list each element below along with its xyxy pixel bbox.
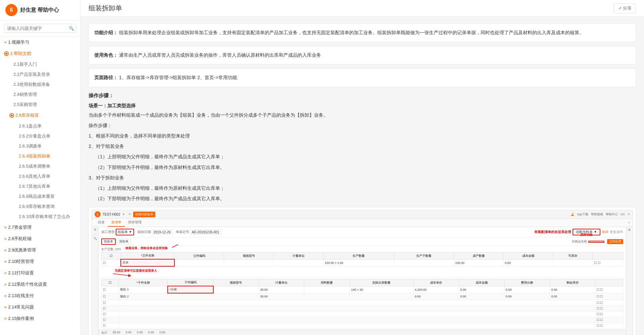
mock-tab-new[interactable]: 新增单 xyxy=(108,219,125,227)
col-sub-qty: 生产子数量 xyxy=(394,253,454,260)
lcol-ops xyxy=(595,279,623,286)
sidebar-item-print[interactable]: + 2.11打印设置 xyxy=(0,267,80,279)
sidebar-item-other-out[interactable]: 2.6.7其他出库单 xyxy=(15,181,80,191)
mock-annotation2: 组装业务、拆卸业务在这里切换 xyxy=(125,244,179,250)
cell-spec1 xyxy=(213,286,259,293)
sidebar-item-payment[interactable]: + 2.13在线支付 xyxy=(0,290,80,301)
table-row: ☐ 关米 100.00 × 1.00 100.00 0.00 xyxy=(102,259,623,266)
sidebar-item-operations[interactable]: + 2.10经营管理 xyxy=(0,256,80,267)
sidebar-item-faq[interactable]: + 2.14常见问题 xyxy=(0,301,80,313)
circle-icon xyxy=(4,51,9,56)
sidebar-item-sales[interactable]: 2.4销售管理 xyxy=(9,90,80,100)
search-icon[interactable]: 🔍 xyxy=(69,26,74,31)
mock-date-label: 装卸日期 xyxy=(138,230,151,234)
cell-checkbox[interactable]: ☐ xyxy=(102,286,119,293)
sidebar-item-transfer[interactable]: 2.6.3调拨单 xyxy=(15,141,80,151)
mock-nav-help: 帮助指南 xyxy=(591,212,603,217)
mock-custom-field-input[interactable] xyxy=(588,241,604,243)
mock-save-link[interactable]: 保存 xyxy=(602,230,608,234)
sidebar-item-install[interactable]: 2.2产品安装及登录 xyxy=(9,69,80,79)
search-input[interactable] xyxy=(4,24,76,33)
sidebar-item-stock-error[interactable]: 2.6.10库存账本错了怎么办 xyxy=(15,212,80,222)
mock-disassembly-toggle[interactable]: 拆卸单 xyxy=(117,239,131,244)
status-total-label: 合计 xyxy=(101,331,107,335)
mock-date-value[interactable]: 2019-12-26 xyxy=(152,230,172,235)
path-text: 1、库存核算->库存管理->组装拆卸单 2、首页->常用功能 xyxy=(119,75,237,80)
sidebar-item-purchase[interactable]: 2.5采购管理 xyxy=(9,100,80,110)
cell-checkbox[interactable]: ☐ xyxy=(102,305,119,311)
cell-actual-qty1: 140 × 30 xyxy=(350,286,413,293)
app-logo: 6 xyxy=(5,4,17,16)
col-spec: 规格型号 xyxy=(224,253,274,260)
mock-custom-field-label: 外购品名称 xyxy=(572,239,587,244)
cell-ops5[interactable]: ☐ ☐ xyxy=(595,311,623,317)
mock-lower-table: ☐ *子件名称 子件编码 规格型号 计量单位 用料数量 实际出库数量 成本单价 xyxy=(101,279,623,329)
cell-ops1[interactable]: ☐ ☐ xyxy=(595,286,623,293)
mock-type-value[interactable]: 组装单 ▼ xyxy=(116,229,134,235)
mock-refresh-icon: ⟳ xyxy=(128,213,131,216)
sidebar-item-cost-adjust[interactable]: 2.6.5成本调整单 xyxy=(15,161,80,171)
mock-topbar-right: 🔔 App下载 帮助指南 帮助中心 CC × xyxy=(571,212,630,217)
mock-right-icons: ⊞ xyxy=(626,227,633,335)
cell-checkbox[interactable]: ☐ xyxy=(102,317,119,323)
cell-empty6 xyxy=(119,317,595,323)
sidebar-item-partial-stocktake[interactable]: 2.6.2分量盘点单 xyxy=(15,131,80,141)
mock-assembly-toggle[interactable]: 组装单 xyxy=(101,238,116,245)
sidebar-item-stocktake[interactable]: 2.6.1盘点单 xyxy=(15,121,80,131)
sidebar-item-stock-ledger[interactable]: 2.6.9库存账本查询 xyxy=(15,202,80,212)
intro-label: 功能介绍： xyxy=(94,30,118,35)
col-checkbox: ☐ xyxy=(102,253,121,260)
search-box[interactable]: 🔍 xyxy=(0,20,80,37)
sidebar-item-finance[interactable]: + 2.7资金管理 xyxy=(0,222,80,233)
cell-remain2: 0.00 xyxy=(550,293,595,300)
sidebar-item-help-docs[interactable]: 2.帮助文档 xyxy=(0,48,80,59)
mock-arrow4-svg xyxy=(111,273,131,277)
cell-ops2[interactable]: ☐ ☐ xyxy=(595,293,623,300)
mock-form-content: 加工类型 组装单 ▼ 装卸日期 2019-12-26 单据记号 AD-20191… xyxy=(99,227,626,335)
sidebar-item-system[interactable]: + 2.12系统个性化设置 xyxy=(0,279,80,290)
mock-annotation3-text: 启用功能 xyxy=(580,233,592,236)
plus-icon-pay: + xyxy=(4,293,7,298)
cell-ops4[interactable]: ☐ ☐ xyxy=(595,305,623,311)
mock-enable-btn[interactable]: 立即处理 xyxy=(607,239,623,244)
lcol-checkbox: ☐ xyxy=(102,279,119,286)
sidebar-item-newbie[interactable]: 2.1新手入门 xyxy=(9,59,80,69)
sidebar-item-inventory[interactable]: 2.6库存核算 xyxy=(9,110,80,121)
step2-subs: （1）上部明细为父件明细，最终作为产成品生成其它入库单； （2）下部明细为子件明… xyxy=(89,153,636,171)
mock-more-link[interactable]: 更多操作 xyxy=(610,230,623,234)
sidebar-item-cost-recalc[interactable]: 2.6.8商品成本重算 xyxy=(15,191,80,202)
mock-tab-inventory[interactable]: 库存管理 xyxy=(125,219,145,227)
cell-checkbox[interactable]: ☐ xyxy=(102,300,119,305)
sidebar-item-assembly[interactable]: 2.6.4组装拆卸单 xyxy=(15,151,80,161)
cell-checkbox[interactable]: ☐ xyxy=(102,259,121,266)
cell-ops7[interactable]: ☐ ☐ xyxy=(595,323,623,328)
steps-intro: 操作步骤： xyxy=(89,121,636,130)
cell-row-ops[interactable]: ☐ ☐ xyxy=(593,259,623,266)
mock-tab-home[interactable]: 自首 xyxy=(95,219,108,227)
sidebar-item-coupons[interactable]: + 2.9优惠券管理 xyxy=(0,244,80,256)
table-header-row: ☐ *父件名称 父件编码 规格型号 计量单位 生产数量 生产子数量 成产数量 成 xyxy=(102,253,623,260)
mock-arrow2-svg xyxy=(169,244,179,249)
cell-checkbox[interactable]: ☐ xyxy=(102,311,119,317)
sidebar-item-data-prep[interactable]: 2.3使用前数据准备 xyxy=(9,79,80,90)
sidebar-item-other-in[interactable]: 2.6.6其他入库单 xyxy=(15,171,80,181)
mock-tab-add[interactable]: + xyxy=(628,221,630,224)
sidebar-item-cases[interactable]: + 2.15操作案例 xyxy=(0,313,80,324)
cell-stock xyxy=(553,259,593,266)
share-button[interactable]: ↗ 分享 xyxy=(614,3,636,13)
sidebar-item-video-learning[interactable]: + 1.视频学习 xyxy=(0,37,80,48)
lcol-sub-name: *子件名称 xyxy=(119,279,168,286)
plus-icon-coupons: + xyxy=(4,247,7,253)
mock-topbar: 6 TEST-H002 ▼ ⟳ 切换到新版本 🔔 App下载 帮助指南 帮助中心… xyxy=(92,210,633,219)
step3-sub1: （1）上部明细为父件明细，最终作为原材料生成其它出库单； xyxy=(95,184,636,192)
mock-switch-version-btn[interactable]: 切换到新版本 xyxy=(133,212,155,217)
col-cost-amt: 成本金额 xyxy=(503,253,553,260)
mock-close-btn[interactable]: × xyxy=(628,212,630,217)
cell-ops3[interactable]: ☐ ☐ xyxy=(595,300,623,305)
sidebar-item-mobile[interactable]: + 2.8手机旺铺 xyxy=(0,233,80,244)
cell-ops6[interactable]: ☐ ☐ xyxy=(595,317,623,323)
cell-checkbox[interactable]: ☐ xyxy=(102,323,119,328)
mock-no-label: 单据记号 xyxy=(176,230,189,234)
cell-checkbox[interactable]: ☐ xyxy=(102,293,119,300)
cell-spec2 xyxy=(213,293,259,300)
